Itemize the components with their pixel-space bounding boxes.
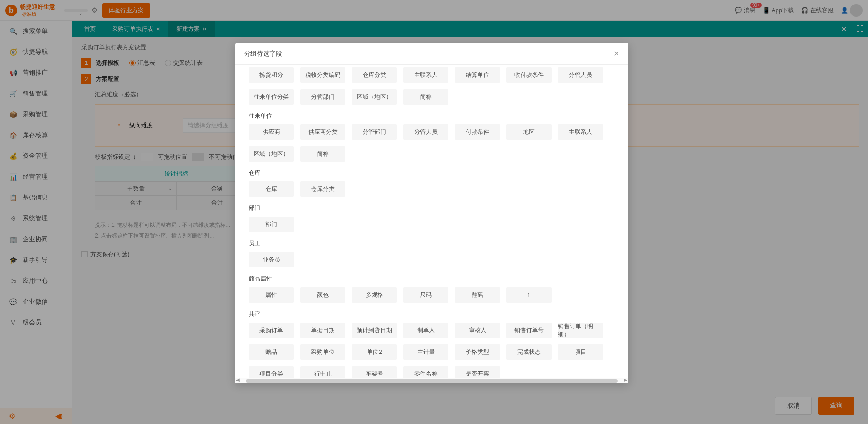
field-chip[interactable]: 采购单位 <box>300 344 345 360</box>
field-group-title: 往来单位 <box>249 112 615 120</box>
field-row: 业务员 <box>249 252 615 267</box>
field-chip[interactable]: 项目分类 <box>249 366 294 378</box>
field-chip[interactable]: 单据日期 <box>300 323 345 338</box>
field-chip[interactable]: 赠品 <box>249 344 294 360</box>
field-group-title: 部门 <box>249 204 615 212</box>
field-chip[interactable]: 鞋码 <box>455 287 500 303</box>
field-chip[interactable]: 分管部门 <box>300 89 345 105</box>
field-chip[interactable]: 采购订单 <box>249 323 294 338</box>
field-chip[interactable]: 完成状态 <box>506 344 552 360</box>
field-chip[interactable]: 是否开票 <box>455 366 500 378</box>
field-chip[interactable]: 多规格 <box>352 287 397 303</box>
field-chip[interactable]: 制单人 <box>403 323 448 338</box>
field-chip[interactable]: 供应商分类 <box>300 124 345 140</box>
field-group-title: 其它 <box>249 310 615 318</box>
field-chip[interactable]: 主联系人 <box>558 124 603 140</box>
field-group-title: 商品属性 <box>249 275 615 283</box>
field-chip[interactable]: 付款条件 <box>455 124 500 140</box>
modal-header: 分组待选字段 ✕ <box>235 43 628 65</box>
field-chip[interactable]: 往来单位分类 <box>249 89 294 105</box>
field-chip[interactable]: 拣货积分 <box>249 67 294 83</box>
field-chip[interactable]: 销售订单（明细） <box>558 323 603 338</box>
field-chip[interactable]: 审核人 <box>455 323 500 338</box>
field-chip[interactable]: 地区 <box>506 124 552 140</box>
field-chip[interactable]: 属性 <box>249 287 294 303</box>
field-chip[interactable]: 部门 <box>249 217 294 232</box>
field-row: 供应商供应商分类分管部门分管人员付款条件地区主联系人区域（地区）简称 <box>249 124 615 162</box>
field-chip[interactable]: 税收分类编码 <box>300 67 345 83</box>
field-chip[interactable]: 收付款条件 <box>506 67 552 83</box>
modal-title: 分组待选字段 <box>244 50 282 58</box>
field-chip[interactable]: 价格类型 <box>455 344 500 360</box>
field-chip[interactable]: 简称 <box>403 89 448 105</box>
field-chip[interactable]: 简称 <box>300 146 345 162</box>
modal-body[interactable]: 拣货积分税收分类编码仓库分类主联系人结算单位收付款条件分管人员往来单位分类分管部… <box>235 65 628 378</box>
field-chip[interactable]: 分管人员 <box>558 67 603 83</box>
field-row: 属性颜色多规格尺码鞋码1 <box>249 287 615 303</box>
field-chip[interactable]: 供应商 <box>249 124 294 140</box>
field-row: 采购订单单据日期预计到货日期制单人审核人销售订单号销售订单（明细）赠品采购单位单… <box>249 323 615 378</box>
field-group-title: 员工 <box>249 239 615 248</box>
field-chip[interactable]: 仓库分类 <box>300 181 345 197</box>
field-chip[interactable]: 主联系人 <box>403 67 448 83</box>
field-row: 拣货积分税收分类编码仓库分类主联系人结算单位收付款条件分管人员往来单位分类分管部… <box>249 67 615 105</box>
field-chip[interactable]: 预计到货日期 <box>352 323 397 338</box>
field-chip[interactable]: 行中止 <box>300 366 345 378</box>
field-chip[interactable]: 区域（地区） <box>352 89 397 105</box>
field-chip[interactable]: 1 <box>506 287 552 303</box>
field-chip[interactable]: 区域（地区） <box>249 146 294 162</box>
field-chip[interactable]: 仓库 <box>249 181 294 197</box>
close-icon[interactable]: ✕ <box>613 49 619 58</box>
field-picker-modal: 分组待选字段 ✕ 拣货积分税收分类编码仓库分类主联系人结算单位收付款条件分管人员… <box>235 43 628 383</box>
field-chip[interactable]: 颜色 <box>300 287 345 303</box>
field-chip[interactable]: 业务员 <box>249 252 294 267</box>
field-chip[interactable]: 分管部门 <box>352 124 397 140</box>
field-chip[interactable]: 零件名称 <box>403 366 448 378</box>
field-chip[interactable]: 车架号 <box>352 366 397 378</box>
field-row: 部门 <box>249 217 615 232</box>
field-chip[interactable]: 单位2 <box>352 344 397 360</box>
field-chip[interactable]: 主计量 <box>403 344 448 360</box>
field-chip[interactable]: 仓库分类 <box>352 67 397 83</box>
modal-h-scrollbar[interactable] <box>235 378 628 383</box>
field-chip[interactable]: 项目 <box>558 344 603 360</box>
field-chip[interactable]: 分管人员 <box>403 124 448 140</box>
field-chip[interactable]: 结算单位 <box>455 67 500 83</box>
field-chip[interactable]: 尺码 <box>403 287 448 303</box>
field-chip[interactable]: 销售订单号 <box>506 323 552 338</box>
field-group-title: 仓库 <box>249 169 615 177</box>
field-row: 仓库仓库分类 <box>249 181 615 197</box>
